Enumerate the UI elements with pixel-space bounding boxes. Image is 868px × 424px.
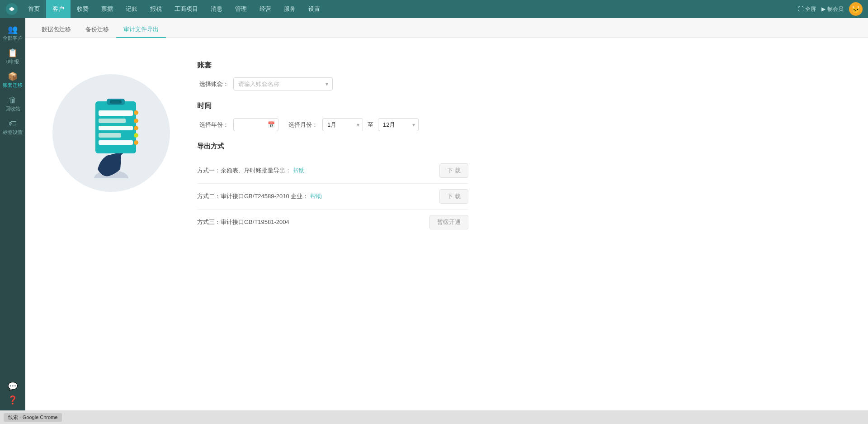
export-method-2-label: 方式二：审计接口GB/T24589-2010 企业： 帮助: [197, 192, 322, 200]
nav-items: 首页 客户 收费 票据 记账 报税 工商项目 消息 管理 经营 服务 设置: [22, 0, 326, 18]
time-separator: 至: [368, 121, 373, 129]
svg-rect-5: [99, 119, 126, 123]
export-method-3-coming-soon-button: 暂缓开通: [429, 215, 468, 229]
export-method-2: 方式二：审计接口GB/T24589-2010 企业： 帮助 下 载: [197, 184, 468, 210]
sidebar-bottom: 💬 ❓: [8, 381, 18, 405]
sidebar-item-label-zero-declare: 0申报: [6, 58, 19, 65]
account-form-row: 选择账套： ▾: [197, 77, 468, 91]
zero-declare-icon: 📋: [8, 49, 18, 57]
nav-invoice[interactable]: 票据: [95, 0, 119, 18]
nav-manage[interactable]: 管理: [229, 0, 253, 18]
time-section-title: 时间: [197, 101, 468, 111]
sidebar-item-all-clients[interactable]: 👥 全部客户: [0, 22, 25, 45]
nav-client[interactable]: 客户: [46, 0, 71, 18]
member-label: 畅会员: [827, 5, 844, 13]
taskbar-chrome-item[interactable]: 线索 - Google Chrome: [4, 413, 62, 422]
export-method-2-help-link[interactable]: 帮助: [310, 193, 322, 200]
member-button[interactable]: ▶ 畅会员: [821, 5, 844, 13]
tab-backup-migration[interactable]: 备份迁移: [78, 22, 116, 38]
nav-bookkeeping[interactable]: 记账: [119, 0, 144, 18]
year-input[interactable]: 2023: [233, 118, 278, 131]
account-input[interactable]: [233, 77, 333, 91]
taskbar: 线索 - Google Chrome: [0, 410, 868, 424]
nav-fee[interactable]: 收费: [71, 0, 95, 18]
recycle-icon: 🗑: [9, 96, 17, 104]
nav-service[interactable]: 服务: [278, 0, 302, 18]
form-area: 账套 选择账套： ▾ 时间 选择年份： 2023 📅 选择月份: [197, 56, 468, 392]
help-icon[interactable]: ❓: [8, 395, 18, 405]
svg-point-1: [10, 8, 13, 10]
export-method-1-label: 方式一：余额表、序时账批量导出： 帮助: [197, 167, 305, 175]
svg-rect-8: [99, 140, 133, 145]
sidebar-item-label-tag-settings: 标签设置: [3, 129, 23, 136]
svg-point-12: [134, 133, 138, 138]
sidebar-item-recycle[interactable]: 🗑 回收站: [0, 92, 25, 116]
export-method-3-label: 方式三：审计接口GB/T19581-2004: [197, 218, 289, 226]
end-month-select[interactable]: 1月2月3月 4月5月6月 7月8月9月 10月11月12月: [378, 118, 419, 131]
nav-operate[interactable]: 经营: [253, 0, 278, 18]
year-input-wrapper: 2023 📅: [233, 118, 278, 131]
sidebar-item-label-all-clients: 全部客户: [3, 35, 23, 42]
app-logo: [4, 1, 20, 17]
export-method-1-download-button[interactable]: 下 载: [439, 163, 468, 178]
export-method-1-help-link[interactable]: 帮助: [293, 167, 305, 174]
tab-audit-export[interactable]: 审计文件导出: [116, 22, 166, 38]
content-area: 数据包迁移 备份迁移 审计文件导出: [25, 18, 868, 410]
all-clients-icon: 👥: [8, 25, 18, 33]
export-section: 导出方式 方式一：余额表、序时账批量导出： 帮助 下 载 方式二：审计接口GB/…: [197, 142, 468, 235]
start-month-select[interactable]: 1月2月3月 4月5月6月 7月8月9月 10月11月12月: [322, 118, 363, 131]
fullscreen-label: 全屏: [805, 5, 816, 13]
main-layout: 👥 全部客户 📋 0申报 📦 账套迁移 🗑 回收站 🏷 标签设置 💬 ❓ 数据包…: [0, 18, 868, 410]
month-label: 选择月份：: [288, 121, 318, 129]
account-section-title: 账套: [197, 61, 468, 70]
sidebar-item-zero-declare[interactable]: 📋 0申报: [0, 45, 25, 69]
svg-point-10: [134, 119, 138, 123]
member-icon: ▶: [821, 6, 826, 12]
svg-rect-7: [99, 133, 121, 138]
sidebar-item-tag-settings[interactable]: 🏷 标签设置: [0, 116, 25, 139]
chat-icon[interactable]: 💬: [8, 381, 18, 391]
export-method-1: 方式一：余额表、序时账批量导出： 帮助 下 载: [197, 158, 468, 184]
nav-settings[interactable]: 设置: [302, 0, 326, 18]
svg-rect-4: [99, 110, 133, 116]
export-section-title: 导出方式: [197, 142, 468, 151]
nav-tax[interactable]: 报税: [144, 0, 168, 18]
svg-point-11: [134, 126, 138, 130]
end-month-wrapper: 1月2月3月 4月5月6月 7月8月9月 10月11月12月 ▾: [378, 118, 419, 131]
nav-business[interactable]: 工商项目: [168, 0, 204, 18]
account-label: 选择账套：: [197, 80, 229, 88]
svg-rect-6: [99, 126, 133, 130]
tab-bar: 数据包迁移 备份迁移 审计文件导出: [25, 18, 868, 38]
page-content: 账套 选择账套： ▾ 时间 选择年份： 2023 📅 选择月份: [25, 38, 868, 410]
avatar[interactable]: 🐱: [849, 2, 863, 16]
sidebar-item-label-recycle: 回收站: [5, 105, 20, 112]
export-method-3: 方式三：审计接口GB/T19581-2004 暂缓开通: [197, 210, 468, 235]
svg-point-13: [134, 140, 138, 145]
sidebar: 👥 全部客户 📋 0申报 📦 账套迁移 🗑 回收站 🏷 标签设置 💬 ❓: [0, 18, 25, 410]
export-method-2-download-button[interactable]: 下 载: [439, 189, 468, 204]
nav-message[interactable]: 消息: [204, 0, 229, 18]
illustration-area: [52, 56, 170, 392]
year-label: 选择年份：: [197, 121, 229, 129]
start-month-wrapper: 1月2月3月 4月5月6月 7月8月9月 10月11月12月 ▾: [322, 118, 363, 131]
nav-right: ⛶ 全屏 ▶ 畅会员 🐱: [798, 2, 863, 16]
top-nav: 首页 客户 收费 票据 记账 报税 工商项目 消息 管理 经营 服务 设置 ⛶ …: [0, 0, 868, 18]
account-select-wrapper: ▾: [233, 77, 333, 91]
tab-data-migration[interactable]: 数据包迁移: [34, 22, 78, 38]
svg-rect-15: [110, 100, 122, 104]
svg-point-9: [134, 110, 138, 115]
tag-settings-icon: 🏷: [9, 119, 17, 128]
fullscreen-button[interactable]: ⛶ 全屏: [798, 5, 816, 13]
sidebar-item-label-migration: 账套迁移: [3, 82, 23, 89]
nav-home[interactable]: 首页: [22, 0, 46, 18]
illustration-circle: [52, 74, 170, 192]
sidebar-item-migration[interactable]: 📦 账套迁移: [0, 69, 25, 92]
time-form-row: 选择年份： 2023 📅 选择月份： 1月2月3月 4月5月6月 7月8月9月 …: [197, 118, 468, 131]
fullscreen-icon: ⛶: [798, 6, 803, 12]
migration-icon: 📦: [8, 72, 18, 81]
